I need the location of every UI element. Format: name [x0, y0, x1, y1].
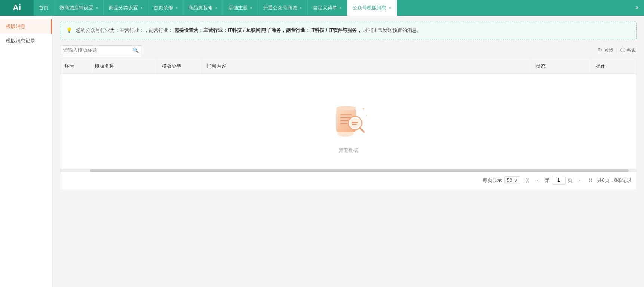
- notice-prefix: 您的公众号行业为：主营行业：，副营行业：: [76, 27, 173, 33]
- top-nav: Ai 首页微商城店铺设置×商品分类设置×首页装修×商品页装修×店铺主题×开通公众…: [0, 0, 644, 16]
- nav-tab-close-wechat_shop[interactable]: ×: [299, 6, 302, 10]
- main-layout: 模版消息模版消息记录 💡 您的公众号行业为：主营行业：，副营行业： 需要设置为：…: [0, 16, 644, 287]
- nav-tab-product_deco[interactable]: 商品页装修×: [183, 0, 223, 16]
- nav-tab-theme[interactable]: 店铺主题×: [223, 0, 258, 16]
- nav-tab-label: 自定义菜单: [313, 4, 337, 11]
- scrollbar-thumb[interactable]: [90, 169, 629, 172]
- nav-tabs: 首页微商城店铺设置×商品分类设置×首页装修×商品页装修×店铺主题×开通公众号商城…: [34, 0, 630, 16]
- toolbar-right: ↻ 同步 | ⓘ 帮助: [598, 47, 637, 54]
- table-col-type: 模版类型: [157, 59, 202, 73]
- nav-tab-close-category[interactable]: ×: [140, 6, 142, 10]
- nav-tab-wechat_shop[interactable]: 开通公众号商城×: [258, 0, 307, 16]
- svg-rect-4: [340, 117, 351, 118]
- table-col-content: 消息内容: [202, 59, 531, 73]
- first-page-button[interactable]: ⟨⟨: [523, 176, 531, 185]
- notice-banner: 💡 您的公众号行业为：主营行业：，副营行业： 需要设置为：主营行业：IT科技 /…: [60, 22, 637, 39]
- help-icon: ⓘ: [620, 47, 625, 54]
- nav-tab-close-product_deco[interactable]: ×: [215, 6, 217, 10]
- table-header: 序号模版名称模版类型消息内容状态操作: [60, 59, 636, 74]
- pagination: 每页显示 50 ∨ ⟨⟨ ＜ 第 页 ＞ ⟩⟩ 共0页，0条记录: [60, 172, 636, 189]
- svg-rect-6: [340, 123, 348, 124]
- sync-label: 同步: [604, 47, 613, 54]
- horizontal-scrollbar[interactable]: [60, 169, 636, 172]
- svg-point-7: [336, 106, 356, 110]
- sidebar-item-template[interactable]: 模版消息: [0, 19, 52, 34]
- empty-state: ✦ ✦ 暂无数据: [60, 74, 636, 169]
- nav-tab-label: 开通公众号商城: [263, 4, 297, 11]
- svg-line-10: [360, 128, 364, 132]
- page-size-chevron-icon: ∨: [514, 177, 518, 183]
- nav-tab-label: 公众号模版消息: [352, 4, 386, 11]
- nav-tab-close-custom_menu[interactable]: ×: [339, 6, 342, 10]
- search-input[interactable]: [63, 47, 132, 53]
- page-size-select[interactable]: 50 ∨: [504, 176, 520, 184]
- nav-tab-home[interactable]: 首页: [34, 0, 54, 16]
- nav-tab-home_deco[interactable]: 首页装修×: [148, 0, 183, 16]
- search-box[interactable]: 🔍: [60, 45, 142, 55]
- sync-button[interactable]: ↻ 同步: [598, 47, 613, 54]
- last-page-button[interactable]: ⟩⟩: [586, 176, 595, 185]
- sidebar: 模版消息模版消息记录: [0, 16, 52, 287]
- nav-tab-close-wshop[interactable]: ×: [96, 6, 98, 10]
- table-col-action: 操作: [591, 59, 636, 73]
- nav-tab-wshop[interactable]: 微商城店铺设置×: [54, 0, 104, 16]
- page-size-value: 50: [507, 177, 512, 183]
- page-text: 第: [545, 177, 550, 184]
- total-info: 共0页，0条记录: [597, 177, 632, 184]
- svg-rect-3: [340, 114, 352, 115]
- search-icon[interactable]: 🔍: [132, 47, 139, 53]
- table-col-name: 模版名称: [90, 59, 157, 73]
- toolbar: 🔍 ↻ 同步 | ⓘ 帮助: [60, 45, 637, 55]
- svg-text:✦: ✦: [361, 106, 365, 112]
- help-label: 帮助: [627, 47, 637, 54]
- global-close-button[interactable]: ×: [630, 4, 644, 11]
- svg-text:✦: ✦: [365, 114, 368, 117]
- empty-icon: ✦ ✦: [326, 96, 371, 141]
- nav-tab-label: 首页装修: [154, 4, 173, 11]
- sidebar-item-template_records[interactable]: 模版消息记录: [0, 34, 52, 48]
- page-number-input[interactable]: [552, 176, 566, 185]
- nav-tab-label: 微商城店铺设置: [59, 4, 93, 11]
- content-area: 💡 您的公众号行业为：主营行业：，副营行业： 需要设置为：主营行业：IT科技 /…: [52, 16, 644, 287]
- page-size-label: 每页显示: [483, 177, 502, 184]
- nav-tab-close-template_msg[interactable]: ×: [389, 6, 391, 10]
- prev-page-button[interactable]: ＜: [534, 176, 543, 185]
- nav-tab-close-theme[interactable]: ×: [250, 6, 252, 10]
- notice-highlight: 需要设置为：主营行业：IT科技 / 互联网|电子商务，副营行业：IT科技 / I…: [174, 27, 362, 33]
- empty-text: 暂无数据: [339, 147, 358, 154]
- svg-rect-11: [352, 122, 358, 123]
- nav-tab-label: 商品页装修: [188, 4, 213, 11]
- app-logo: Ai: [0, 0, 34, 16]
- svg-point-9: [350, 118, 360, 128]
- table-col-index: 序号: [60, 59, 90, 73]
- page-end-text: 页: [568, 177, 573, 184]
- next-page-button[interactable]: ＞: [575, 176, 584, 185]
- lightbulb-icon: 💡: [66, 27, 72, 33]
- svg-rect-12: [352, 124, 357, 125]
- nav-tab-close-home_deco[interactable]: ×: [175, 6, 178, 10]
- nav-tab-label: 首页: [39, 4, 49, 11]
- divider: |: [616, 47, 617, 53]
- nav-tab-custom_menu[interactable]: 自定义菜单×: [308, 0, 347, 16]
- notice-suffix: 才能正常发送预置的消息。: [363, 27, 422, 33]
- svg-rect-5: [340, 120, 349, 121]
- nav-tab-label: 店铺主题: [228, 4, 248, 11]
- table-col-status: 状态: [531, 59, 591, 73]
- sync-icon: ↻: [598, 47, 602, 53]
- table-container: 序号模版名称模版类型消息内容状态操作: [60, 59, 637, 189]
- nav-tab-label: 商品分类设置: [109, 4, 138, 11]
- nav-tab-template_msg[interactable]: 公众号模版消息×: [347, 0, 397, 16]
- help-button[interactable]: ⓘ 帮助: [620, 47, 637, 54]
- nav-tab-category[interactable]: 商品分类设置×: [104, 0, 148, 16]
